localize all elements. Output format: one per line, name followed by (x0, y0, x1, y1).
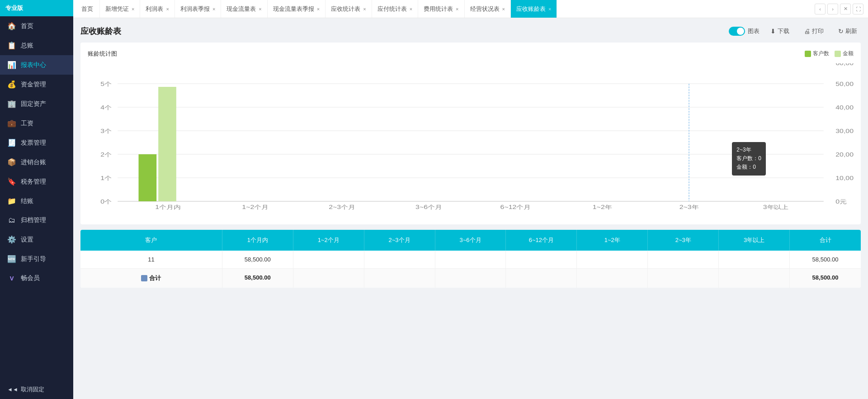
sidebar-item-tax[interactable]: 🔖 税务管理 (0, 172, 73, 191)
sales-icon: 📦 (7, 158, 16, 166)
total-sum: 58,500.00 (790, 269, 861, 288)
sidebar-item-reports[interactable]: 📊 报表中心 (0, 55, 73, 75)
tab-payable-stat-close[interactable]: × (410, 6, 412, 12)
sidebar-unpin-button[interactable]: ◄◄ 取消固定 (0, 380, 73, 399)
svg-text:1个: 1个 (100, 175, 112, 181)
tab-home[interactable]: 首页 (75, 0, 100, 18)
sidebar-item-invoice[interactable]: 🧾 发票管理 (0, 133, 73, 152)
tab-bar: 首页 新增凭证 × 利润表 × 利润表季报 × 现金流量表 × 现金流量表季报 … (73, 0, 868, 18)
sidebar-item-archive[interactable]: 🗂 归档管理 (0, 211, 73, 230)
svg-text:0元: 0元 (835, 199, 847, 205)
table-total-row: 合计 58,500.00 58,500.00 (80, 269, 861, 288)
tab-profit-quarter-close[interactable]: × (212, 6, 215, 12)
tab-voucher[interactable]: 新增凭证 × (100, 0, 140, 18)
sidebar-item-home[interactable]: 🏠 首页 (0, 16, 73, 36)
bar-amount-0 (158, 87, 176, 201)
total-label-wrap: 合计 (84, 274, 218, 282)
th-customer: 客户 (80, 230, 222, 251)
svg-text:1~2个月: 1~2个月 (242, 204, 269, 210)
sidebar-label-assets: 固定资产 (21, 100, 46, 108)
tab-profit-close[interactable]: × (166, 6, 169, 12)
total-customer: 合计 (80, 269, 222, 288)
sidebar-item-settings[interactable]: ⚙️ 设置 (0, 230, 73, 249)
tab-cashflow[interactable]: 现金流量表 × (221, 0, 267, 18)
td-1month-0: 58,500.00 (222, 251, 293, 268)
tax-icon: 🔖 (7, 177, 16, 186)
tab-profit-quarter[interactable]: 利润表季报 × (175, 0, 221, 18)
tab-cashflow-quarter[interactable]: 现金流量表季报 × (268, 0, 326, 18)
tab-receivable-aging-label: 应收账龄表 (516, 5, 546, 13)
sidebar-item-ledger[interactable]: 📋 总账 (0, 36, 73, 55)
sidebar-label-salary: 工资 (21, 119, 33, 128)
toggle-track[interactable] (729, 27, 745, 36)
tab-scroll-left[interactable]: ‹ (815, 4, 826, 14)
td-2-3month-0 (364, 251, 435, 268)
svg-text:20,000.00元: 20,000.00元 (835, 152, 854, 158)
tab-operation-stat[interactable]: 经营状况表 × (465, 0, 511, 18)
svg-text:3~6个月: 3~6个月 (415, 204, 442, 210)
tab-profit-quarter-label: 利润表季报 (180, 5, 210, 13)
funds-icon: 💰 (7, 80, 16, 89)
tab-receivable-aging[interactable]: 应收账龄表 × (511, 0, 557, 18)
content-area: 应收账龄表 图表 ⬇ 下载 🖨 打印 ↻ 刷新 (73, 18, 868, 399)
page-header: 应收账龄表 图表 ⬇ 下载 🖨 打印 ↻ 刷新 (80, 25, 861, 37)
legend-customer: 客户数 (805, 50, 829, 57)
tab-cashflow-close[interactable]: × (259, 6, 261, 12)
total-1month: 58,500.00 (222, 269, 293, 288)
tab-voucher-close[interactable]: × (132, 6, 134, 12)
tab-payable-stat-label: 应付统计表 (377, 5, 407, 13)
sidebar-item-sales[interactable]: 📦 进销台账 (0, 152, 73, 172)
refresh-button[interactable]: ↻ 刷新 (835, 25, 861, 37)
sidebar-label-archive: 归档管理 (21, 216, 46, 224)
unpin-icon: ◄◄ (7, 386, 18, 393)
tab-receivable-stat[interactable]: 应收统计表 × (326, 0, 372, 18)
sidebar-item-closing[interactable]: 📁 结账 (0, 191, 73, 211)
sidebar-bottom-label: 取消固定 (21, 385, 44, 394)
download-icon: ⬇ (770, 28, 776, 35)
print-label: 打印 (812, 27, 824, 35)
tab-cashflow-quarter-close[interactable]: × (317, 6, 320, 12)
chart-toggle[interactable]: 图表 (729, 27, 760, 36)
table-row: 11 58,500.00 58,500.00 (80, 251, 861, 269)
sidebar-item-assets[interactable]: 🏢 固定资产 (0, 94, 73, 114)
sidebar-item-salary[interactable]: 💼 工资 (0, 114, 73, 133)
settings-icon: ⚙️ (7, 235, 16, 244)
tab-payable-stat[interactable]: 应付统计表 × (372, 0, 418, 18)
tab-cashflow-quarter-label: 现金流量表季报 (273, 5, 314, 13)
sidebar-item-guide[interactable]: 🆕 新手引导 (0, 249, 73, 269)
tab-receivable-aging-close[interactable]: × (548, 6, 551, 12)
tab-home-label: 首页 (81, 5, 93, 13)
svg-text:40,000.00元: 40,000.00元 (835, 104, 854, 111)
reports-icon: 📊 (7, 61, 16, 69)
refresh-label: 刷新 (845, 27, 857, 35)
tab-scroll-right[interactable]: › (827, 4, 838, 14)
th-1month: 1个月内 (222, 230, 293, 251)
download-button[interactable]: ⬇ 下载 (767, 25, 793, 37)
tab-receivable-stat-close[interactable]: × (363, 6, 366, 12)
svg-text:1个月内: 1个月内 (155, 204, 180, 210)
th-1-2month: 1~2个月 (293, 230, 364, 251)
data-table: 客户 1个月内 1~2个月 2~3个月 3~6个月 6~12个月 1~2年 2~… (80, 230, 861, 288)
sidebar-item-member[interactable]: V 畅会员 (0, 269, 73, 288)
tab-close-all[interactable]: ✕ (840, 4, 851, 14)
tab-expense-stat-label: 费用统计表 (424, 5, 453, 13)
chart-title: 账龄统计图 (88, 50, 854, 58)
tab-expense-stat[interactable]: 费用统计表 × (418, 0, 464, 18)
toggle-thumb (737, 28, 744, 35)
th-3-6month: 3~6个月 (435, 230, 506, 251)
svg-text:1~2年: 1~2年 (593, 204, 612, 210)
td-1-2year-0 (577, 251, 648, 268)
legend-amount-label: 金额 (843, 50, 854, 57)
print-button[interactable]: 🖨 打印 (800, 25, 827, 37)
sidebar-label-closing: 结账 (21, 197, 33, 205)
sidebar-item-funds[interactable]: 💰 资金管理 (0, 75, 73, 94)
tab-expense-stat-close[interactable]: × (456, 6, 458, 12)
home-icon: 🏠 (7, 22, 16, 30)
tab-operation-stat-close[interactable]: × (502, 6, 505, 12)
svg-text:6~12个月: 6~12个月 (500, 204, 531, 210)
legend-customer-label: 客户数 (813, 50, 829, 57)
tab-maximize[interactable]: ⛶ (853, 4, 863, 14)
tab-profit[interactable]: 利润表 × (140, 0, 175, 18)
total-6-12month (506, 269, 577, 288)
legend-amount-color (835, 51, 841, 57)
